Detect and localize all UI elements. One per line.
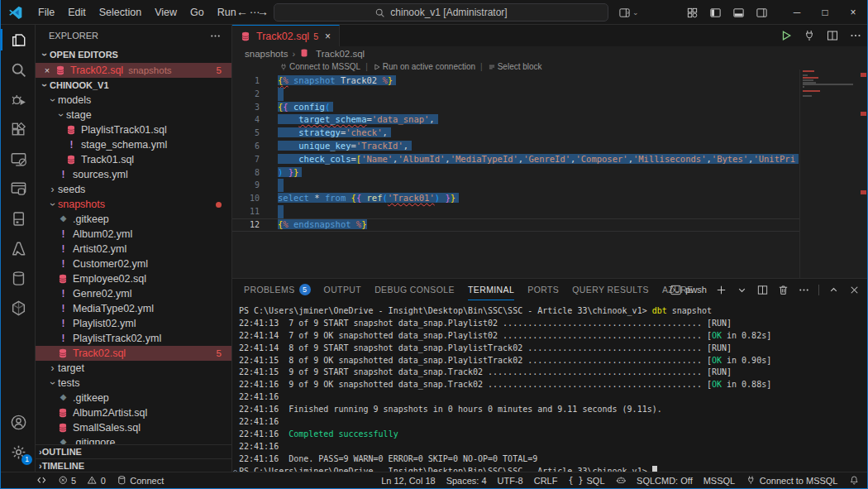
tree-item-playlist02.yml[interactable]: !Playlist02.yml: [36, 316, 231, 331]
tree-item-.gitkeep[interactable]: ◆.gitkeep: [36, 391, 231, 405]
explorer-more-actions-icon[interactable]: [209, 30, 222, 42]
status-sql-connect[interactable]: Connect: [117, 475, 164, 486]
activitybar-settings[interactable]: 1: [1, 437, 36, 467]
back-button[interactable]: ←: [233, 0, 251, 25]
codelens-run-on-active-connection[interactable]: Run on active connection: [373, 62, 475, 71]
new-terminal[interactable]: [715, 284, 727, 296]
forward-button[interactable]: →: [254, 0, 272, 25]
activitybar-sql-database[interactable]: [1, 263, 36, 293]
maximize-button[interactable]: □: [811, 0, 839, 25]
activitybar-azure[interactable]: [1, 233, 36, 263]
split-editor-icon[interactable]: [826, 29, 839, 42]
status-encoding[interactable]: UTF-8: [498, 476, 523, 486]
tab-close-icon[interactable]: ×: [325, 31, 331, 42]
open-editor-track02[interactable]: × Track02.sql snapshots 5: [36, 63, 231, 78]
close-button[interactable]: ×: [839, 0, 867, 25]
status-errors[interactable]: 5: [58, 475, 77, 486]
status-warnings[interactable]: 0: [87, 475, 106, 486]
panel-tab-ports[interactable]: PORTS: [527, 279, 559, 300]
status-remote-indicator[interactable]: [36, 475, 47, 486]
breadcrumb-file[interactable]: Track02.sql: [316, 49, 365, 59]
open-editors-header[interactable]: › OPEN EDITORS: [36, 46, 231, 63]
breadcrumb-folder[interactable]: snapshots: [245, 49, 288, 59]
minimap[interactable]: [799, 70, 859, 278]
code-line-12[interactable]: 12{% endsnapshot %}: [232, 218, 799, 232]
status-language-mode[interactable]: { }SQL: [568, 476, 604, 486]
status-eol[interactable]: CRLF: [534, 476, 558, 486]
layout-toggle-button[interactable]: ⌄: [618, 4, 639, 21]
maximize-panel[interactable]: [827, 284, 840, 296]
workspace-header[interactable]: › CHINOOK_V1: [36, 78, 231, 93]
launch-profile[interactable]: [736, 284, 748, 296]
terminal-more-actions[interactable]: [798, 284, 810, 296]
customize-layout-icon[interactable]: [686, 7, 699, 19]
status-cursor-position[interactable]: Ln 12, Col 18: [381, 476, 435, 486]
editor-more-actions-icon[interactable]: [849, 29, 862, 42]
menu-selection[interactable]: Selection: [93, 3, 148, 22]
panel-tab-output[interactable]: OUTPUT: [324, 279, 362, 300]
status-mssql[interactable]: MSSQL: [703, 476, 736, 486]
status-connect-to-mssql[interactable]: Connect to MSSQL: [746, 475, 837, 486]
tree-item-album02.yml[interactable]: !Album02.yml: [36, 227, 231, 242]
tree-item-stage[interactable]: ›stage: [36, 108, 231, 122]
connect-plug-icon[interactable]: [803, 29, 816, 42]
tree-item-track01.sql[interactable]: Track01.sql: [36, 152, 231, 167]
activitybar-run-and-debug[interactable]: [1, 84, 36, 114]
breadcrumb[interactable]: snapshots › Track02.sql: [232, 46, 867, 61]
outline-section[interactable]: › OUTLINE: [36, 444, 231, 458]
code-line-10[interactable]: 10select * from {{ ref('Track01') }}: [232, 192, 799, 205]
activitybar-search[interactable]: [1, 55, 36, 84]
code-line-4[interactable]: 4 target_schema='data_snap',: [232, 113, 799, 127]
tree-item-models[interactable]: ›models: [36, 93, 231, 108]
tree-item-smallsales.sql[interactable]: SmallSales.sql: [36, 420, 231, 435]
activitybar-remote-explorer[interactable]: [1, 144, 36, 174]
panel-tab-problems[interactable]: PROBLEMS5: [244, 279, 311, 300]
panel-tab-query-results[interactable]: QUERY RESULTS: [572, 279, 649, 300]
menu-file[interactable]: File: [31, 3, 61, 22]
activitybar-database-projects[interactable]: [1, 174, 36, 204]
code-line-8[interactable]: 8) }}: [232, 166, 799, 180]
codelens-select-block[interactable]: Select block: [488, 62, 542, 71]
tab-track02-sql[interactable]: Track02.sql 5 ×: [232, 25, 340, 46]
code-line-7[interactable]: 7 check_cols=['Name','AlbumId','MediaTyp…: [232, 153, 799, 166]
run-query-icon[interactable]: [780, 29, 793, 42]
close-editor-icon[interactable]: ×: [41, 65, 53, 75]
activitybar-extensions[interactable]: [1, 114, 36, 144]
code-editor[interactable]: Connect to MSSQL|Run on active connectio…: [232, 61, 867, 278]
tree-item-track02.sql[interactable]: Track02.sql5: [36, 346, 231, 361]
kill-terminal[interactable]: [777, 284, 789, 296]
status-sqlcmd-mode[interactable]: SQLCMD: Off: [637, 476, 693, 486]
code-line-5[interactable]: 5 strategy='check',: [232, 127, 799, 140]
tree-item-mediatype02.yml[interactable]: !MediaType02.yml: [36, 301, 231, 316]
command-center-search[interactable]: chinook_v1 [Administrator]: [274, 3, 608, 22]
tree-item-playlisttrack01.sql[interactable]: PlaylistTrack01.sql: [36, 122, 231, 137]
tree-item-playlisttrack02.yml[interactable]: !PlaylistTrack02.yml: [36, 331, 231, 346]
tree-item-customer02.yml[interactable]: !Customer02.yml: [36, 256, 231, 271]
activitybar-server-explorer[interactable]: [1, 204, 36, 233]
codelens-connect-to-mssql[interactable]: Connect to MSSQL: [279, 62, 360, 71]
codelens-actions[interactable]: Connect to MSSQL|Run on active connectio…: [279, 62, 542, 71]
panel-tab-terminal[interactable]: TERMINAL: [468, 279, 514, 300]
tree-item-.gitignore[interactable]: ◆.gitignore: [36, 435, 231, 444]
panel-tab-debug-console[interactable]: DEBUG CONSOLE: [374, 279, 455, 300]
activitybar-dbt-power-user[interactable]: [1, 293, 36, 323]
tree-item-seeds[interactable]: ›seeds: [36, 182, 231, 197]
tree-item-employee02.sql[interactable]: Employee02.sql: [36, 271, 231, 286]
status-notifications[interactable]: [849, 475, 860, 486]
toggle-panel-icon[interactable]: [732, 7, 745, 19]
split-terminal[interactable]: [756, 284, 769, 296]
status-indentation[interactable]: Spaces: 4: [446, 476, 487, 486]
toggle-secondary-sidebar-icon[interactable]: [756, 7, 768, 19]
activitybar-accounts[interactable]: [1, 407, 36, 437]
close-panel[interactable]: [848, 284, 861, 296]
tree-item-genre02.yml[interactable]: !Genre02.yml: [36, 286, 231, 301]
code-line-11[interactable]: 11: [232, 205, 799, 218]
minimize-button[interactable]: ─: [783, 0, 811, 25]
activitybar-explorer[interactable]: [1, 25, 36, 55]
tree-item-tests[interactable]: ›tests: [36, 376, 231, 391]
tree-item-stage_schema.yml[interactable]: !stage_schema.yml: [36, 137, 231, 152]
code-line-3[interactable]: 3{{ config(: [232, 101, 799, 114]
toggle-sidebar-icon[interactable]: [709, 7, 722, 19]
tree-item-snapshots[interactable]: ›snapshots: [36, 197, 231, 212]
code-line-6[interactable]: 6 unique_key='TrackId',: [232, 140, 799, 153]
